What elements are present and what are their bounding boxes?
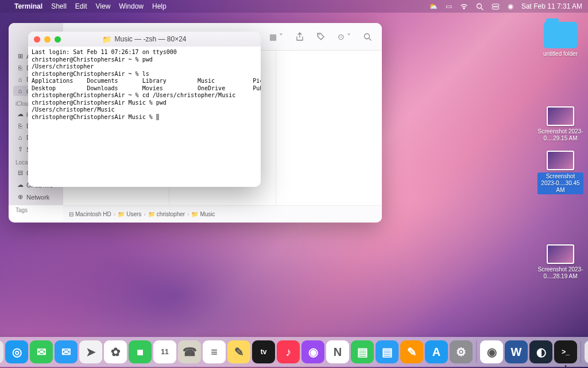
menu-help[interactable]: Help: [152, 2, 167, 10]
terminal-output[interactable]: Last login: Sat Feb 11 07:26:17 on ttys0…: [28, 47, 261, 123]
tag-icon[interactable]: [316, 32, 325, 41]
menu-window[interactable]: Window: [119, 2, 144, 10]
dock-facetime[interactable]: ■: [129, 340, 152, 363]
spotlight-icon[interactable]: [476, 3, 483, 10]
wifi-icon[interactable]: [460, 3, 468, 10]
doc-icon: ⎘: [17, 122, 24, 129]
desktop-screenshot-3[interactable]: Screenshot 2023-0....28.19 AM: [537, 244, 583, 280]
dock-terminal[interactable]: >_: [554, 340, 577, 363]
svg-line-1: [481, 7, 483, 10]
screenshot-icon: [547, 106, 574, 126]
app-icon: ⊞: [17, 52, 24, 60]
clock[interactable]: Sat Feb 11 7:31 AM: [521, 2, 582, 10]
dock-contacts[interactable]: ☎: [178, 340, 201, 363]
dock-maps[interactable]: ➤: [79, 340, 102, 363]
home-icon: ⌂: [17, 87, 24, 94]
view-mode-icon[interactable]: ▦ ˅: [269, 32, 283, 41]
dock-steam[interactable]: ◐: [529, 340, 552, 363]
disk-icon: ⊟: [17, 169, 24, 177]
window-title: 📁 Music — -zsh — 80×24: [28, 35, 261, 44]
menubar: Terminal Shell Edit View Window Help ⛅ ▭…: [0, 0, 588, 13]
desktop-folder[interactable]: untitled folder: [537, 22, 583, 57]
path-crumb[interactable]: ⊟ Macintosh HD: [69, 211, 111, 217]
path-crumb[interactable]: 📁 christopher: [148, 211, 185, 217]
dock-photos[interactable]: ✿: [104, 340, 127, 363]
screenshot-icon: [547, 244, 574, 264]
desktop-icon: ⌂: [17, 76, 24, 83]
status-icon[interactable]: ⛅: [429, 2, 438, 10]
dock-safari[interactable]: ◎: [5, 340, 28, 363]
control-center-icon[interactable]: [492, 3, 500, 10]
search-icon[interactable]: [363, 33, 372, 41]
dock-numbers[interactable]: ▤: [351, 340, 374, 363]
dock-settings[interactable]: ⚙: [450, 340, 473, 363]
dock-tv[interactable]: tv: [252, 340, 275, 363]
dock-word[interactable]: W: [505, 340, 528, 363]
menu-edit[interactable]: Edit: [75, 2, 87, 10]
svg-rect-3: [492, 7, 499, 9]
path-crumb[interactable]: 📁 Music: [191, 211, 215, 217]
doc-icon: ⎘: [17, 64, 24, 71]
dock-calendar[interactable]: 11: [153, 340, 176, 363]
network-icon: ⊕: [17, 193, 24, 201]
dock-reminders[interactable]: ≡: [203, 340, 226, 363]
screenshot-icon: [547, 151, 574, 170]
svg-line-6: [369, 38, 372, 40]
sidebar-item-network[interactable]: ⊕Network: [13, 191, 59, 202]
dock-podcasts[interactable]: ◉: [301, 340, 324, 363]
menu-view[interactable]: View: [96, 2, 111, 10]
minimize-button[interactable]: [44, 36, 51, 43]
svg-rect-2: [492, 4, 499, 6]
siri-icon[interactable]: ◉: [508, 2, 513, 10]
battery-icon[interactable]: ▭: [446, 2, 452, 10]
desktop-screenshot-2[interactable]: Screenshot 2023-0....30.45 AM: [537, 151, 583, 194]
dock-pages[interactable]: ✎: [400, 340, 423, 363]
desktop-icon: ⌂: [17, 134, 24, 141]
shared-icon: ⇪: [17, 145, 24, 153]
more-icon[interactable]: ⊙ ˅: [338, 32, 351, 41]
dock-mail[interactable]: ✉: [55, 340, 78, 363]
terminal-titlebar[interactable]: 📁 Music — -zsh — 80×24: [28, 32, 261, 47]
dock-music[interactable]: ♪: [277, 340, 300, 363]
desktop-screenshot-1[interactable]: Screenshot 2023-0....29.15 AM: [537, 106, 583, 142]
app-menu[interactable]: Terminal: [14, 2, 42, 10]
finder-pathbar: ⊟ Macintosh HD› 📁 Users› 📁 christopher› …: [63, 205, 382, 223]
dock-notes[interactable]: ✎: [227, 340, 250, 363]
zoom-button[interactable]: [55, 36, 61, 43]
folder-icon: [544, 22, 577, 48]
dock-chrome[interactable]: ◉: [480, 340, 503, 363]
folder-icon: 📁: [102, 35, 111, 44]
path-crumb[interactable]: 📁 Users: [118, 211, 141, 217]
dock-news[interactable]: N: [326, 340, 349, 363]
dock: ☺⊞◎✉✉➤✿■11☎≡✎tv♪◉N▤▤✎A⚙◉W◐>_⤓🗑: [0, 337, 588, 367]
dock-appstore[interactable]: A: [425, 340, 448, 363]
cloud-icon: ☁: [17, 181, 24, 189]
close-button[interactable]: [34, 36, 40, 43]
cloud-icon: ☁: [17, 110, 24, 118]
menu-shell[interactable]: Shell: [51, 2, 67, 10]
sidebar-section-tags: Tags: [16, 207, 59, 213]
dock-keynote[interactable]: ▤: [376, 340, 399, 363]
terminal-window[interactable]: 📁 Music — -zsh — 80×24 Last login: Sat F…: [28, 32, 261, 187]
svg-point-4: [319, 34, 320, 36]
dock-messages[interactable]: ✉: [30, 340, 53, 363]
dock-launchpad[interactable]: ⊞: [0, 340, 3, 363]
dock-downloads[interactable]: ⤓: [585, 340, 588, 363]
share-icon[interactable]: [296, 32, 304, 41]
